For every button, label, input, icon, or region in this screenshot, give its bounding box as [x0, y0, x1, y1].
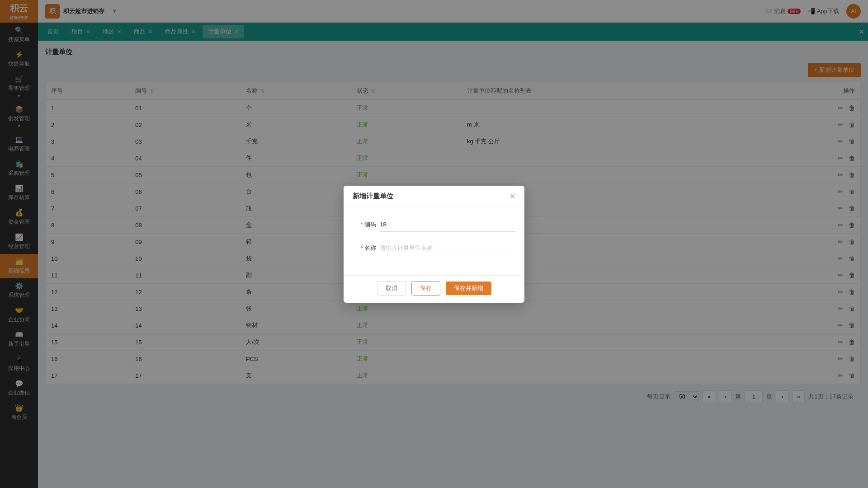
modal-footer: 取消 保存 保存并新增	[344, 275, 524, 303]
cancel-button[interactable]: 取消	[377, 281, 406, 296]
modal-header: 新增计量单位 ✕	[344, 186, 524, 206]
modal-title: 新增计量单位	[353, 192, 393, 201]
form-row-code: 编码	[353, 217, 515, 232]
modal-close-button[interactable]: ✕	[509, 192, 515, 201]
code-input[interactable]	[380, 217, 515, 232]
code-label: 编码	[353, 221, 380, 229]
save-button[interactable]: 保存	[411, 281, 440, 296]
name-label: 名称	[353, 244, 380, 252]
name-input[interactable]	[380, 241, 515, 255]
add-unit-modal: 新增计量单位 ✕ 编码 名称 取消 保存 保存并新增	[344, 186, 524, 303]
form-row-name: 名称	[353, 241, 515, 255]
modal-body: 编码 名称	[344, 206, 524, 275]
modal-overlay[interactable]: 新增计量单位 ✕ 编码 名称 取消 保存 保存并新增	[0, 0, 868, 488]
save-and-add-button[interactable]: 保存并新增	[446, 282, 491, 295]
